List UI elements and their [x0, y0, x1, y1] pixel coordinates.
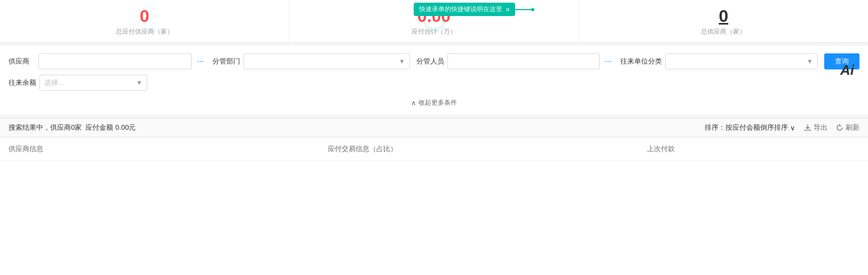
svg-rect-3: [436, 27, 439, 33]
supplier-filter: 供应商 ···: [9, 53, 206, 69]
balance-arrow: ▼: [136, 79, 143, 87]
stat-total-suppliers: 0 总供应商（家）: [579, 0, 868, 42]
table-header: 供应商信息 应付交易信息（占比） 上次付款: [0, 138, 868, 161]
export-label: 导出: [814, 123, 827, 132]
supplier-dots-btn[interactable]: ···: [195, 57, 206, 66]
supplier-input[interactable]: [38, 53, 192, 69]
person-filter: 分管人员 ···: [416, 53, 614, 69]
person-label: 分管人员: [416, 57, 444, 66]
collapse-label: 收起更多条件: [419, 98, 457, 107]
filter-row-1: 供应商 ··· 分管部门 ▼ 分管人员 ··· 往来单位分类 ▼ 查询: [9, 53, 859, 69]
person-dots-btn[interactable]: ···: [603, 57, 614, 66]
refresh-icon: [836, 124, 843, 131]
dept-filter: 分管部门 ▼: [212, 53, 410, 69]
svg-text:¥: ¥: [430, 17, 434, 23]
results-bar: 搜索结果中，供应商0家 应付金额 0.00元 排序：按应付会额倒序排序 ∨ 导出…: [0, 118, 868, 137]
balance-filter: 往来余额 选择... ▼: [9, 75, 147, 91]
col-supplier-info: 供应商信息: [9, 144, 328, 154]
results-amount-value: 0.00: [115, 123, 129, 131]
sort-arrow: ∨: [790, 124, 795, 132]
tooltip-dot: [530, 7, 535, 12]
dept-label: 分管部门: [212, 57, 240, 66]
stat-payable-suppliers: 0 总应付供应商（家）: [0, 0, 289, 42]
stats-bar: 0 总应付供应商（家） ¥ 快速录单的快捷键说明在这里 × 0.00 应付合计（…: [0, 0, 868, 43]
supplier-label: 供应商: [9, 57, 35, 66]
tooltip-close-btn[interactable]: ×: [506, 6, 510, 13]
stat-payable-total: ¥ 快速录单的快捷键说明在这里 × 0.00 应付合计（万）: [289, 0, 579, 42]
dept-arrow: ▼: [399, 58, 405, 65]
payable-suppliers-label: 总应付供应商（家）: [116, 27, 173, 36]
ai-label: Ai: [840, 62, 854, 78]
balance-select[interactable]: 选择... ▼: [40, 75, 147, 91]
unit-select[interactable]: ▼: [665, 53, 818, 69]
dept-select[interactable]: ▼: [243, 53, 410, 69]
collapse-button[interactable]: ∧ 收起更多条件: [405, 96, 463, 109]
unit-arrow: ▼: [807, 58, 813, 65]
tooltip-bubble: 快速录单的快捷键说明在这里 ×: [414, 3, 515, 16]
sort-select[interactable]: 排序：按应付会额倒序排序 ∨: [705, 123, 795, 132]
data-table: 供应商信息 应付交易信息（占比） 上次付款: [0, 138, 868, 275]
refresh-label: 刷新: [846, 123, 859, 132]
results-info: 搜索结果中，供应商0家 应付金额 0.00元: [9, 123, 136, 132]
table-body: [0, 161, 868, 275]
balance-placeholder: 选择...: [44, 78, 64, 88]
results-prefix: 搜索结果中，供应商: [9, 123, 71, 131]
collapse-icon: ∧: [411, 99, 416, 107]
unit-filter: 往来单位分类 ▼: [620, 53, 818, 69]
col-payable-trade: 应付交易信息（占比）: [328, 144, 647, 154]
balance-label: 往来余额: [9, 78, 36, 88]
filters-section: 供应商 ··· 分管部门 ▼ 分管人员 ··· 往来单位分类 ▼ 查询: [0, 46, 868, 115]
results-actions: 排序：按应付会额倒序排序 ∨ 导出 刷新: [705, 123, 859, 132]
results-amount-unit: 元: [129, 123, 136, 131]
total-suppliers-number: 0: [719, 6, 728, 26]
person-input[interactable]: [447, 53, 599, 69]
tooltip-text: 快速录单的快捷键说明在这里: [419, 5, 502, 14]
svg-rect-2: [429, 27, 432, 33]
export-button[interactable]: 导出: [804, 123, 827, 132]
refresh-button[interactable]: 刷新: [836, 123, 859, 132]
results-middle: 家: [75, 123, 82, 131]
results-amount-label: 应付金额: [85, 123, 113, 131]
payable-suppliers-number: 0: [140, 6, 149, 26]
unit-label: 往来单位分类: [620, 57, 662, 66]
sort-label: 排序：按应付会额倒序排序: [705, 123, 788, 132]
filter-row-2: 往来余额 选择... ▼: [9, 75, 859, 91]
col-last-payment: 上次付款: [647, 144, 860, 154]
total-suppliers-label: 总供应商（家）: [701, 27, 746, 36]
export-icon: [804, 124, 811, 131]
collapse-row: ∧ 收起更多条件: [9, 96, 859, 109]
